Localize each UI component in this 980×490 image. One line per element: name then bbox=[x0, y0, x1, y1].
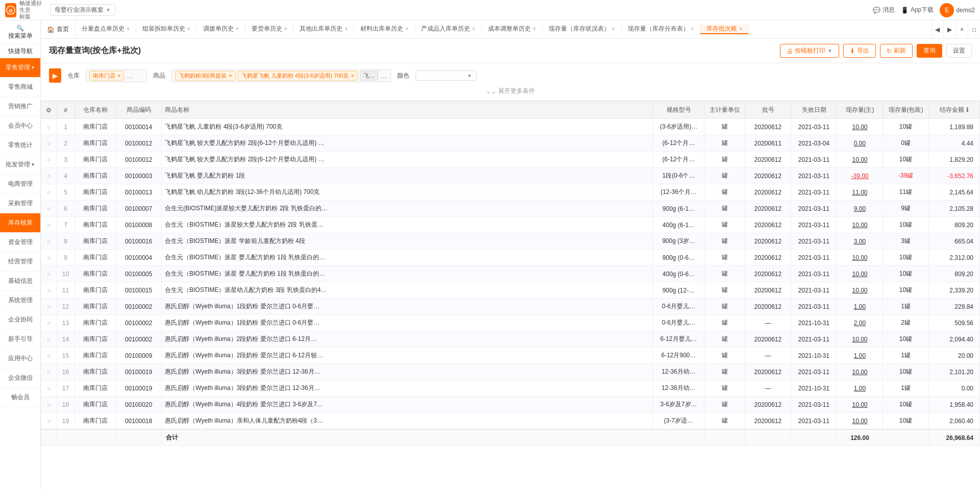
td-idx: 14 bbox=[57, 331, 75, 348]
td-qty-main[interactable]: 10.00 bbox=[837, 217, 883, 233]
td-qty-main[interactable]: 11.00 bbox=[837, 184, 883, 201]
nav-tab-7-close[interactable]: × bbox=[472, 26, 475, 32]
nav-tab-1[interactable]: 分量盘点单历史 × bbox=[76, 24, 136, 33]
message-btn[interactable]: 💬 消息 bbox=[873, 6, 895, 14]
sidebar-item-retail-stat[interactable]: 零售统计 bbox=[0, 136, 40, 155]
product-tag-more[interactable]: 飞… bbox=[360, 71, 378, 81]
template-print-btn[interactable]: 🖨 按模板打印 ▼ bbox=[780, 44, 839, 58]
nav-expand-btn[interactable]: □ bbox=[968, 20, 980, 39]
td-name: 飞鹤星飞帆 较大婴儿配方奶粉 2段(6-12个月婴幼儿适用) … bbox=[162, 135, 653, 152]
nav-tab-3-close[interactable]: × bbox=[236, 26, 239, 32]
nav-tab-1-close[interactable]: × bbox=[127, 26, 130, 32]
settings-btn[interactable]: 设置 bbox=[946, 44, 972, 58]
nav-tab-7[interactable]: 产成品入库单历史 × bbox=[415, 24, 482, 33]
filter-expand-arrow-btn[interactable]: ▶ bbox=[49, 68, 61, 83]
nav-tab-5[interactable]: 其他出库单历史 × bbox=[293, 24, 354, 33]
sidebar-item-member2[interactable]: 畅会员 bbox=[0, 388, 40, 407]
warehouse-tag-1[interactable]: 南库门店 × bbox=[89, 71, 124, 81]
nav-tab-4-close[interactable]: × bbox=[284, 26, 287, 32]
td-qty-pack: -39罐 bbox=[883, 168, 929, 184]
sidebar-item-guide[interactable]: 新手引导 bbox=[0, 330, 40, 349]
nav-tab-3[interactable]: 调拨单历史 × bbox=[197, 24, 246, 33]
nav-tab-10[interactable]: 现存量（库存分布表） × bbox=[622, 24, 701, 33]
nav-tab-6[interactable]: 材料出库单历史 × bbox=[354, 24, 415, 33]
query-btn[interactable]: 查询 bbox=[917, 44, 942, 58]
td-code: 00100008 bbox=[116, 217, 162, 233]
sidebar-item-wholesale[interactable]: 批发管理 ▼ bbox=[0, 155, 40, 175]
product-filter-more[interactable]: … bbox=[380, 71, 387, 80]
sidebar-item-marketing[interactable]: 营销推广 bbox=[0, 97, 40, 116]
td-qty-main[interactable]: 9.00 bbox=[837, 201, 883, 217]
sidebar-item-basic[interactable]: 基础信息 bbox=[0, 272, 40, 291]
td-qty-main[interactable]: 1.00 bbox=[837, 348, 883, 364]
td-qty-main[interactable]: 10.00 bbox=[837, 282, 883, 299]
td-idx: 13 bbox=[57, 315, 75, 331]
nav-prev-btn[interactable]: ◀ bbox=[931, 20, 943, 39]
sidebar-item-enterprise[interactable]: 企业协同 bbox=[0, 310, 40, 330]
nav-tab-9-close[interactable]: × bbox=[612, 26, 615, 32]
td-qty-main[interactable]: 10.00 bbox=[837, 119, 883, 135]
sidebar-item-retail[interactable]: 零售管理 ▼ bbox=[0, 58, 40, 78]
product-filter-group[interactable]: 飞鹤奶粉3段两提装 × 飞鹤星飞帆 儿童奶粉 4段(3-6岁适用) 700克 ×… bbox=[172, 69, 391, 82]
td-qty-main[interactable]: 10.00 bbox=[837, 331, 883, 348]
expand-more-btn[interactable]: ⌄⌄ 展开更多条件 bbox=[49, 87, 972, 95]
sidebar-item-retail-mall[interactable]: 零售商城 bbox=[0, 78, 40, 97]
nav-tab-5-close[interactable]: × bbox=[345, 26, 348, 32]
nav-next-btn[interactable]: ▶ bbox=[943, 20, 955, 39]
nav-tab-2[interactable]: 组装拆卸单历史 × bbox=[136, 24, 197, 33]
td-qty-main[interactable]: 1.00 bbox=[837, 299, 883, 315]
nav-tab-4[interactable]: 要货单历史 × bbox=[246, 24, 294, 33]
refresh-btn[interactable]: ↻ 刷新 bbox=[880, 44, 913, 58]
sidebar-item-member[interactable]: 会员中心 bbox=[0, 116, 40, 136]
td-qty-main[interactable]: 0.00 bbox=[837, 135, 883, 152]
sidebar-quick-nav[interactable]: 快捷导航 bbox=[0, 45, 40, 58]
nav-tab-8[interactable]: 成本调整单历史 × bbox=[482, 24, 543, 33]
nav-tab-9[interactable]: 现存量（库存状况表） × bbox=[543, 24, 622, 33]
warehouse-tag-1-remove[interactable]: × bbox=[117, 72, 120, 79]
product-tag-2[interactable]: 飞鹤星飞帆 儿童奶粉 4段(3-6岁适用) 700克 × bbox=[238, 71, 358, 81]
td-gear: ○ bbox=[41, 233, 57, 250]
td-qty-main[interactable]: 10.00 bbox=[837, 413, 883, 430]
sidebar-item-purchase[interactable]: 采购管理 bbox=[0, 194, 40, 213]
nav-tab-10-close[interactable]: × bbox=[691, 26, 694, 32]
td-qty-main[interactable]: 3.00 bbox=[837, 233, 883, 250]
nav-tab-11[interactable]: 库存批次账 × bbox=[700, 24, 749, 34]
th-gear[interactable]: ⚙ bbox=[41, 102, 57, 119]
sidebar-item-system[interactable]: 系统管理 bbox=[0, 291, 40, 310]
td-qty-main[interactable]: 10.00 bbox=[837, 364, 883, 380]
td-qty-main[interactable]: 2.00 bbox=[837, 315, 883, 331]
product-tag-1[interactable]: 飞鹤奶粉3段两提装 × bbox=[175, 71, 236, 81]
product-tag-1-remove[interactable]: × bbox=[229, 72, 232, 79]
export-btn[interactable]: ⬇ 导出 bbox=[843, 44, 876, 58]
warehouse-filter-more[interactable]: … bbox=[126, 71, 133, 80]
nav-tab-8-close[interactable]: × bbox=[533, 26, 536, 32]
footer-empty-1 bbox=[41, 429, 57, 446]
sidebar-item-app-center[interactable]: 应用中心 bbox=[0, 349, 40, 369]
sidebar-search[interactable]: 🔍 搜索菜单 bbox=[0, 20, 40, 45]
nav-tab-home[interactable]: 🏠 首页 bbox=[41, 20, 76, 38]
nav-tab-6-close[interactable]: × bbox=[405, 26, 408, 32]
nav-tab-11-close[interactable]: × bbox=[739, 26, 742, 32]
nav-tab-2-close[interactable]: × bbox=[187, 26, 190, 32]
industry-select[interactable]: 母婴行业演示账套 ▼ bbox=[50, 4, 115, 16]
table-row: ○ 10 南库门店 00100005 合生元（BIOSTIME）派星 婴儿配方奶… bbox=[41, 266, 980, 282]
td-qty-main[interactable]: 10.00 bbox=[837, 152, 883, 168]
sidebar-item-finance[interactable]: 资金管理 bbox=[0, 233, 40, 252]
td-qty-main[interactable]: 10.00 bbox=[837, 250, 883, 266]
product-tag-2-remove[interactable]: × bbox=[351, 72, 354, 79]
user-area[interactable]: E demo2 bbox=[940, 3, 975, 17]
td-qty-main[interactable]: 10.00 bbox=[837, 397, 883, 413]
sidebar-item-ecommerce[interactable]: 电商管理 bbox=[0, 175, 40, 194]
td-qty-main[interactable]: 1.00 bbox=[837, 380, 883, 397]
td-qty-main[interactable]: -39.00 bbox=[837, 168, 883, 184]
app-download-btn[interactable]: 📱 App下载 bbox=[901, 6, 934, 14]
color-select[interactable]: ▼ bbox=[415, 70, 477, 81]
sidebar-item-wechat[interactable]: 企业微信 bbox=[0, 369, 40, 388]
warehouse-filter-group[interactable]: 南库门店 × … bbox=[86, 69, 147, 82]
td-idx: 6 bbox=[57, 201, 75, 217]
nav-close-btn[interactable]: × bbox=[955, 20, 968, 39]
sidebar-item-inventory[interactable]: 库存核算 bbox=[0, 213, 40, 233]
td-qty-main[interactable]: 10.00 bbox=[837, 266, 883, 282]
td-warehouse: 南库门店 bbox=[75, 331, 116, 348]
sidebar-item-business[interactable]: 经营管理 bbox=[0, 252, 40, 272]
